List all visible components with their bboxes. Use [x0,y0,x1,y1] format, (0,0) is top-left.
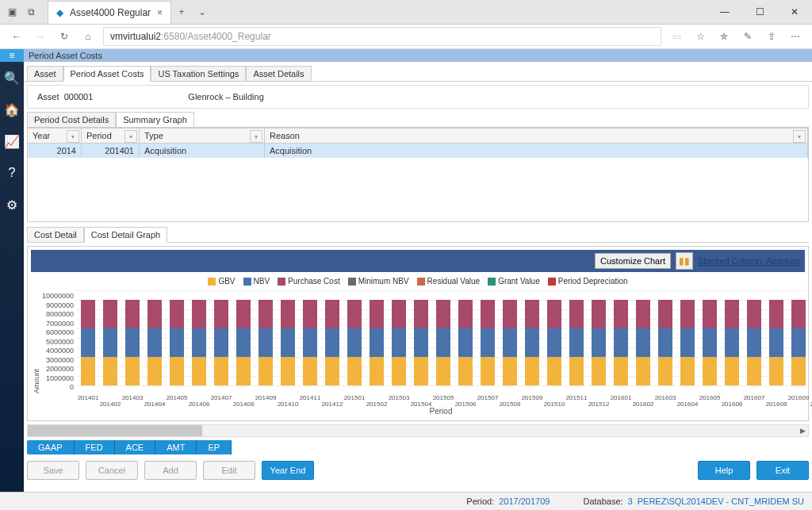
home-button[interactable]: ⌂ [79,28,97,45]
status-bar: Period: 2017/201709 Database: 3 PEREZ\SQ… [0,492,812,510]
legend-swatch [548,278,556,286]
scroll-right-icon[interactable]: ▶ [797,425,808,436]
legend-swatch [488,278,496,286]
filter-icon[interactable]: ▾ [124,130,137,143]
asset-id: 000001 [64,92,94,102]
legend-swatch [243,278,251,286]
grid-header: Year▾ Period▾ Type▾ Reason▾ [28,128,808,144]
cell-year: 2014 [28,144,82,158]
book-tab-ace[interactable]: ACE [115,440,156,454]
address-bar[interactable]: vmvirtualui2:6580/Asset4000_Regular [103,27,661,46]
x-axis-labels: 2014012014022014032014042014052014062014… [77,394,805,401]
asset-header-panel: Asset 000001 Glenrock – Building [27,85,809,109]
subtab-strip: Period Cost Details Summary Graph [27,112,809,128]
book-tabs: GAAP FED ACE AMT EP [27,440,809,454]
favorite-star-icon[interactable]: ☆ [691,28,709,45]
book-tab-amt[interactable]: AMT [155,440,197,454]
tab-menu-icon[interactable]: ⌄ [192,2,213,22]
settings-gear-icon[interactable]: ⚙ [0,189,24,220]
main-tabstrip: Asset Period Asset Costs US Taxation Set… [24,62,812,82]
horizontal-scrollbar[interactable]: ◀ ▶ [27,424,809,437]
url-port: :6580 [161,31,185,42]
cancel-button[interactable]: Cancel [86,461,138,480]
sidebar: ≡ 🔍 🏠 📈 ? ⚙ [0,49,24,494]
status-db-value[interactable]: PEREZ\SQL2014DEV - CNT_MRIDEM SU [638,497,804,506]
back-button[interactable]: ← [8,28,25,45]
table-row[interactable]: 2014 201401 Acquisition Acquisition [28,144,808,158]
browser-tab[interactable]: ◆ Asset4000 Regular × [48,1,171,24]
customize-chart-button[interactable]: Customize Chart [595,253,671,269]
asset-label: Asset [37,92,59,102]
breadcrumb: Period Asset Costs [24,49,812,62]
window-restore1-icon[interactable]: ▣ [5,5,19,19]
cell-period: 201401 [82,144,140,158]
subtab-period-cost-details[interactable]: Period Cost Details [27,112,116,127]
book-tab-gaap[interactable]: GAAP [27,440,75,454]
exit-button[interactable]: Exit [756,461,809,480]
tab-close-icon[interactable]: × [157,7,163,18]
tab-us-taxation[interactable]: US Taxation Settings [151,66,246,81]
notes-icon[interactable]: ✎ [739,28,756,45]
chart-toolbar: Customize Chart ▮▮ Stacked Column: Absol… [31,250,805,272]
lower-tabstrip: Cost Detail Cost Detail Graph [27,227,809,243]
status-period-value[interactable]: 2017/201709 [499,497,550,506]
scroll-thumb[interactable] [28,425,202,436]
x-axis-title: Period [77,407,805,416]
legend-swatch [208,278,216,286]
col-reason[interactable]: Reason▾ [265,128,808,143]
legend-swatch [348,278,356,286]
minimize-button[interactable]: — [707,0,742,24]
tab-period-asset-costs[interactable]: Period Asset Costs [63,66,151,82]
filter-icon[interactable]: ▾ [250,130,262,143]
edit-button[interactable]: Edit [203,461,255,480]
reading-view-icon[interactable]: ▭ [668,28,685,45]
subtab-summary-graph[interactable]: Summary Graph [116,112,194,127]
save-button[interactable]: Save [27,461,79,480]
filter-icon[interactable]: ▾ [793,130,806,143]
book-tab-fed[interactable]: FED [75,440,115,454]
favicon-icon: ◆ [56,7,63,18]
refresh-button[interactable]: ↻ [56,28,73,45]
cell-type: Acquisition [140,144,265,158]
search-icon[interactable]: 🔍 [0,62,24,94]
filter-icon[interactable]: ▾ [67,130,79,143]
asset-name: Glenrock – Building [188,92,263,102]
more-icon[interactable]: ⋯ [787,28,804,45]
chart-bars [77,290,805,385]
new-tab-button[interactable]: + [171,2,192,22]
chart-type-icon[interactable]: ▮▮ [676,252,693,270]
col-type[interactable]: Type▾ [140,128,265,143]
book-tab-ep[interactable]: EP [197,440,232,454]
status-db-label: Database: [583,497,622,506]
browser-navbar: ← → ↻ ⌂ vmvirtualui2:6580/Asset4000_Regu… [0,25,812,49]
window-restore2-icon[interactable]: ⧉ [24,5,38,19]
tab-asset-details[interactable]: Asset Details [246,66,311,81]
action-buttons: Save Cancel Add Edit Year End Help Exit [24,458,812,483]
close-window-button[interactable]: ✕ [777,0,812,24]
legend-swatch [417,278,425,286]
forward-button[interactable]: → [32,28,49,45]
favorites-hub-icon[interactable]: ✮ [715,28,733,45]
home-nav-icon[interactable]: 🏠 [0,94,24,125]
add-button[interactable]: Add [144,461,197,480]
hamburger-icon[interactable]: ≡ [0,49,24,62]
chart-legend: GBV NBV Purchase Cost Minimum NBV Residu… [31,272,805,290]
col-year[interactable]: Year▾ [28,128,82,143]
report-icon[interactable]: 📈 [0,125,24,157]
maximize-button[interactable]: ☐ [742,0,777,24]
chart-area: Amount 100000009000000800000070000006000… [31,290,805,417]
help-icon[interactable]: ? [0,157,24,189]
cell-reason: Acquisition [265,144,808,158]
share-icon[interactable]: ⇪ [763,28,780,45]
tab-cost-detail-graph[interactable]: Cost Detail Graph [84,227,167,243]
browser-titlebar: ▣ ⧉ ◆ Asset4000 Regular × + ⌄ — ☐ ✕ [0,0,812,25]
cost-grid: Year▾ Period▾ Type▾ Reason▾ 2014 201401 … [27,128,809,222]
grid-empty-area [28,158,808,221]
tab-asset[interactable]: Asset [27,66,63,81]
chart-type-link[interactable]: Stacked Column: Absolute [698,256,800,266]
year-end-button[interactable]: Year End [262,461,314,480]
url-host: vmvirtualui2 [110,31,161,42]
col-period[interactable]: Period▾ [82,128,140,143]
help-button[interactable]: Help [698,461,750,480]
tab-cost-detail[interactable]: Cost Detail [27,227,84,242]
